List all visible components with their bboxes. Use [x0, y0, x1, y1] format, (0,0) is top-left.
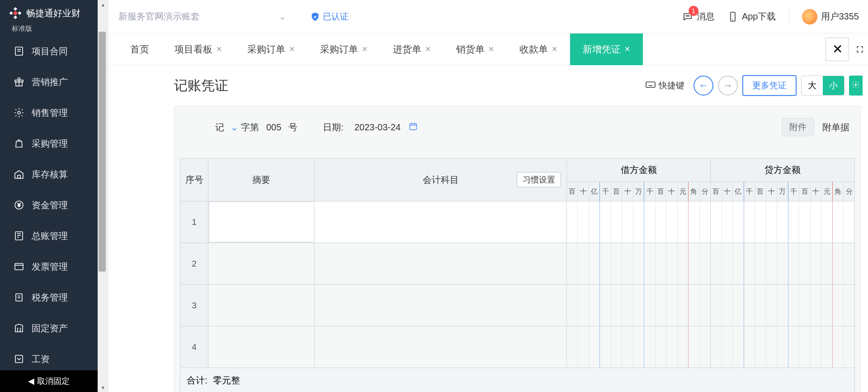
- account-selector[interactable]: 新服务官网演示账套 ⌄: [113, 10, 294, 23]
- row-seq: 3: [180, 285, 208, 326]
- digit: 百: [656, 182, 666, 201]
- sidebar-scrollbar[interactable]: ▲ ▼: [98, 0, 108, 392]
- summary-input[interactable]: [208, 326, 315, 368]
- svg-rect-8: [18, 175, 20, 178]
- credit-cells[interactable]: [711, 201, 854, 243]
- date-value[interactable]: 2023-03-24: [354, 122, 401, 133]
- messages-button[interactable]: 1 消息: [682, 10, 715, 23]
- tab-label: 收款单: [519, 43, 548, 56]
- size-small-button[interactable]: 小: [823, 76, 844, 95]
- ledger-icon: [14, 230, 24, 241]
- row-seq: 4: [180, 326, 208, 368]
- subject-input[interactable]: [315, 243, 567, 284]
- tab-project-board[interactable]: 项目看板✕: [162, 33, 235, 65]
- summary-input[interactable]: [208, 285, 315, 326]
- contract-icon: [14, 46, 24, 57]
- tab-new-voucher[interactable]: 新增凭证✕: [570, 33, 643, 65]
- user-menu[interactable]: 用户3355: [802, 9, 859, 24]
- scroll-down-arrow-icon[interactable]: ▼: [98, 383, 108, 392]
- voucher-type[interactable]: 记: [215, 121, 224, 134]
- sidebar-item-invoice[interactable]: 发票管理: [0, 251, 98, 282]
- triangle-left-icon: ◀: [28, 376, 34, 386]
- subject-input[interactable]: [315, 201, 567, 243]
- sidebar-item-ledger[interactable]: 总账管理: [0, 220, 98, 251]
- tab-home[interactable]: 首页: [118, 33, 162, 65]
- tab-receipt[interactable]: 收款单✕: [507, 33, 570, 65]
- tab-purchase-order[interactable]: 采购订单✕: [235, 33, 307, 65]
- gift-icon: [14, 76, 24, 87]
- summary-input[interactable]: [208, 243, 315, 284]
- settings-button[interactable]: [849, 76, 863, 96]
- scrollbar-thumb[interactable]: [99, 32, 106, 272]
- close-icon[interactable]: ✕: [362, 45, 368, 53]
- sidebar-item-marketing[interactable]: 营销推广: [0, 67, 98, 97]
- debit-cells[interactable]: [567, 243, 711, 284]
- sidebar-item-label: 工资: [32, 353, 50, 365]
- chevron-down-icon[interactable]: ⌄: [231, 122, 238, 133]
- digit: 万: [633, 182, 644, 201]
- sidebar-unpin-button[interactable]: ◀ 取消固定: [0, 370, 98, 392]
- digit: 角: [689, 182, 699, 201]
- debit-cells[interactable]: [567, 326, 711, 368]
- tab-purchase-order-2[interactable]: 采购订单✕: [307, 33, 380, 65]
- svg-point-23: [686, 15, 686, 16]
- brand-name: 畅捷通好业财: [26, 7, 80, 19]
- attachment-button[interactable]: 附件: [782, 118, 814, 136]
- close-icon[interactable]: ✕: [488, 45, 494, 53]
- debit-digits: 百 十 亿 千 百 十 万 千 百 十 元 角: [567, 182, 710, 201]
- shortcut-button[interactable]: 快捷键: [645, 79, 684, 92]
- certified-text: 已认证: [323, 11, 349, 23]
- shortcut-label: 快捷键: [659, 80, 684, 91]
- credit-cells[interactable]: [711, 326, 854, 368]
- close-icon[interactable]: ✕: [216, 45, 222, 53]
- table-row: 2: [180, 243, 854, 284]
- debit-cells[interactable]: [567, 285, 711, 326]
- tab-label: 进货单: [393, 43, 421, 56]
- digit: 十: [666, 182, 677, 201]
- sidebar-item-funds[interactable]: ¥ 资金管理: [0, 190, 98, 220]
- size-large-button[interactable]: 大: [802, 76, 823, 95]
- next-button[interactable]: →: [718, 76, 738, 96]
- debit-cells[interactable]: [567, 201, 711, 243]
- digit: 百: [611, 182, 622, 201]
- voucher-number[interactable]: 005: [266, 122, 281, 133]
- svg-text:¥: ¥: [17, 202, 21, 208]
- tabs: 首页 项目看板✕ 采购订单✕ 采购订单✕ 进货单✕ 销货单✕ 收款单✕ 新增凭证…: [108, 33, 868, 65]
- gear-icon: [852, 81, 860, 91]
- subject-input[interactable]: [315, 285, 567, 326]
- close-icon[interactable]: ✕: [425, 45, 431, 53]
- tab-goods-out[interactable]: 销货单✕: [443, 33, 507, 65]
- tab-goods-in[interactable]: 进货单✕: [380, 33, 443, 65]
- close-icon[interactable]: ✕: [624, 45, 630, 53]
- close-icon[interactable]: ✕: [552, 45, 557, 53]
- sidebar-item-contract[interactable]: 项目合同: [0, 36, 98, 67]
- habit-settings-button[interactable]: 习惯设置: [517, 172, 561, 187]
- version-tag: 标准版: [12, 24, 98, 33]
- credit-cells[interactable]: [711, 243, 854, 284]
- calendar-icon[interactable]: [409, 122, 418, 133]
- summary-input[interactable]: [208, 201, 315, 243]
- sidebar-item-inventory[interactable]: 库存核算: [0, 159, 98, 190]
- credit-cells[interactable]: [711, 285, 854, 326]
- subject-input[interactable]: [315, 326, 567, 368]
- sidebar-item-purchase[interactable]: 采购管理: [0, 128, 98, 159]
- row-seq: 2: [180, 243, 208, 284]
- digit: 角: [833, 182, 844, 201]
- digit: 十: [578, 182, 589, 201]
- digit: 万: [777, 182, 788, 201]
- more-vouchers-button[interactable]: 更多凭证: [742, 75, 797, 96]
- total-value: 零元整: [213, 374, 240, 387]
- sidebar-item-label: 销售管理: [32, 107, 68, 119]
- fullscreen-button[interactable]: [852, 38, 868, 61]
- close-icon[interactable]: ✕: [289, 45, 295, 53]
- close-all-tabs-button[interactable]: ✕: [826, 38, 849, 61]
- sidebar-item-tax[interactable]: 税务管理: [0, 282, 98, 313]
- col-seq: 序号: [180, 158, 208, 201]
- sidebar-item-label: 资金管理: [32, 199, 68, 211]
- scroll-up-arrow-icon[interactable]: ▲: [98, 0, 108, 9]
- prev-button[interactable]: ←: [693, 76, 713, 96]
- sidebar-item-sales[interactable]: 销售管理: [0, 97, 98, 128]
- app-download-button[interactable]: App下载: [727, 10, 776, 23]
- sidebar-item-assets[interactable]: 固定资产: [0, 313, 98, 344]
- sidebar-item-salary[interactable]: 工资: [0, 344, 98, 370]
